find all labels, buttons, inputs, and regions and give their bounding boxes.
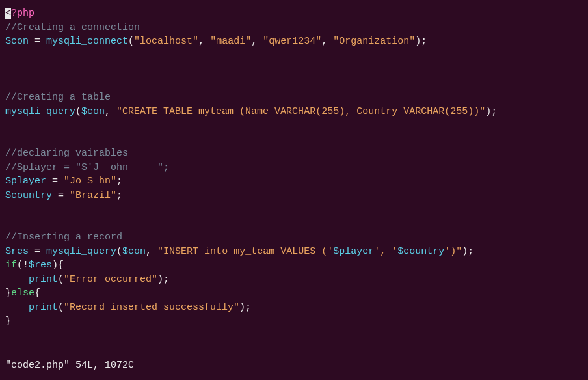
brace: { — [34, 288, 40, 299]
variable: $res — [29, 260, 52, 271]
function-name: print — [29, 274, 58, 285]
comment-line: //$player = "S'J ohn "; — [5, 162, 169, 173]
comma: , — [321, 36, 333, 47]
vim-status-line: "code2.php" 54L, 1072C — [5, 359, 134, 373]
paren-semicolon: ); — [415, 36, 427, 47]
variable-in-string: $country — [397, 246, 444, 257]
paren-semicolon: ); — [239, 302, 251, 313]
variable: $con — [5, 36, 29, 47]
php-open-tag: ?php — [11, 8, 34, 19]
string-literal: "Brazil" — [70, 190, 116, 201]
comment-line: //Creating a connection — [5, 22, 140, 33]
function-name: mysqli_query — [5, 106, 75, 117]
string-literal: "Jo $ hn" — [64, 176, 116, 187]
string-literal: "Record inserted successfully" — [64, 302, 239, 313]
code-editor[interactable]: <?php //Creating a connection $con = mys… — [5, 7, 583, 329]
code-text: = — [29, 246, 46, 257]
comma: , — [146, 246, 157, 257]
function-name: mysqli_query — [46, 246, 116, 257]
paren-semicolon: ); — [462, 246, 474, 257]
paren: ( — [58, 274, 64, 285]
variable-in-string: $player — [333, 246, 374, 257]
paren: ( — [116, 246, 122, 257]
semicolon: ; — [116, 176, 122, 187]
string-literal: "Error occurred" — [64, 274, 157, 285]
comment-line: //Inserting a record — [5, 232, 122, 243]
string-literal: "INSERT into my_team VALUES (' — [157, 246, 333, 257]
string-literal: "maadi" — [210, 36, 251, 47]
code-text: = — [46, 176, 64, 187]
indent — [5, 302, 29, 313]
string-literal: "CREATE TABLE myteam (Name VARCHAR(255),… — [116, 106, 485, 117]
paren: ( — [128, 36, 134, 47]
comma: , — [198, 36, 210, 47]
variable: $player — [5, 176, 46, 187]
cursor: < — [5, 8, 11, 19]
comma: , — [251, 36, 263, 47]
variable: $country — [5, 190, 52, 201]
variable: $con — [81, 106, 105, 117]
paren-semicolon: ); — [157, 274, 169, 285]
variable: $res — [5, 246, 29, 257]
variable: $con — [122, 246, 146, 257]
paren-semicolon: ); — [485, 106, 497, 117]
string-literal: "localhost" — [134, 36, 198, 47]
string-literal: ', ' — [374, 246, 397, 257]
comment-line: //Creating a table — [5, 92, 111, 103]
brace: } — [5, 316, 11, 327]
paren: ( — [58, 302, 64, 313]
paren: ( — [75, 106, 81, 117]
comment-line: //declaring vairables — [5, 148, 128, 159]
keyword-if: if — [5, 260, 17, 271]
paren: (! — [17, 260, 29, 271]
code-text: = — [52, 190, 70, 201]
function-name: mysqli_connect — [46, 36, 128, 47]
semicolon: ; — [116, 190, 122, 201]
function-name: print — [29, 302, 58, 313]
brace: } — [5, 288, 11, 299]
code-text: = — [29, 36, 46, 47]
string-literal: ')" — [444, 246, 462, 257]
keyword-else: else — [11, 288, 34, 299]
comma: , — [105, 106, 116, 117]
string-literal: "qwer1234" — [263, 36, 321, 47]
brace: ){ — [52, 260, 64, 271]
indent — [5, 274, 29, 285]
string-literal: "Organization" — [333, 36, 415, 47]
